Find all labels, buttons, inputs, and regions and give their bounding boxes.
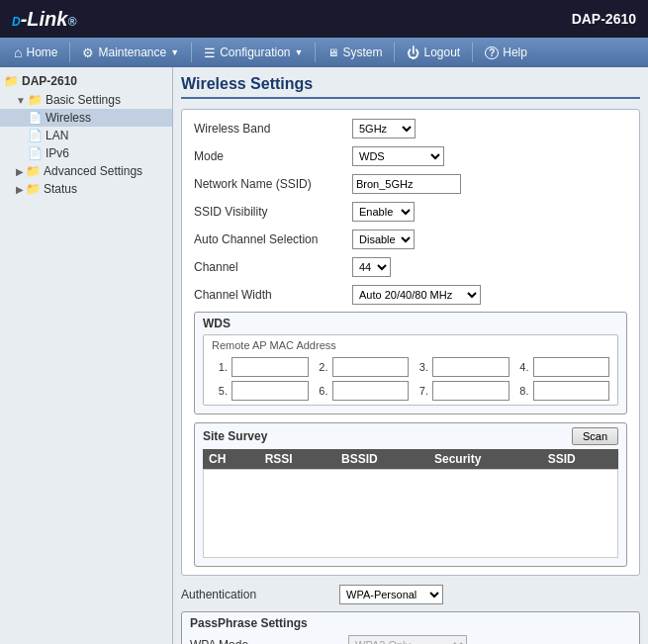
maintenance-dropdown-icon: ▼ (170, 47, 179, 57)
mac-input-1[interactable] (231, 357, 309, 377)
mac-num-3: 3. (413, 361, 428, 373)
nav-home-label: Home (26, 46, 57, 59)
mac-input-8[interactable] (533, 381, 610, 401)
sidebar-wireless-label: Wireless (46, 111, 91, 125)
authentication-select[interactable]: WPA-Personal Open System WPA-Enterprise (339, 585, 443, 604)
nav-system-label: System (342, 46, 382, 59)
sidebar-basic-settings-label: Basic Settings (46, 93, 121, 107)
mac-input-2[interactable] (332, 357, 410, 377)
mac-entry-1: 1. (212, 357, 309, 377)
mac-input-7[interactable] (432, 381, 509, 401)
mac-num-1: 1. (212, 361, 228, 373)
mac-entry-8: 8. (513, 381, 610, 401)
mac-num-5: 5. (212, 385, 228, 397)
ipv6-page-icon: 📄 (28, 146, 43, 160)
sidebar-item-wireless[interactable]: 📄 Wireless (0, 109, 172, 127)
remote-ap-box: Remote AP MAC Address 1. 2. 3. (203, 334, 618, 406)
dlink-logo: D-Link® (12, 8, 76, 31)
mac-input-3[interactable] (432, 357, 509, 377)
wpa-mode-select[interactable]: WPA2 Only (348, 635, 467, 644)
expand-status-icon: ▶ (16, 184, 24, 195)
auto-channel-control: Disable Enable (352, 230, 415, 249)
nav-maintenance[interactable]: ⚙ Maintenance ▼ (72, 42, 189, 64)
nav-help[interactable]: ? Help (475, 42, 537, 63)
nav-logout[interactable]: ⏻ Logout (397, 42, 470, 64)
mac-entry-3: 3. (413, 357, 509, 377)
home-icon: ⌂ (14, 45, 22, 60)
nav-sep-1 (69, 43, 70, 62)
mac-input-5[interactable] (231, 381, 309, 401)
mac-entry-5: 5. (212, 381, 309, 401)
help-icon: ? (485, 46, 499, 59)
sidebar-item-basic-settings[interactable]: ▼ 📁 Basic Settings (0, 91, 172, 109)
ssid-visibility-label: SSID Visibility (194, 205, 352, 219)
sidebar-item-lan[interactable]: 📄 LAN (0, 127, 172, 144)
auto-channel-label: Auto Channel Selection (194, 232, 352, 246)
nav-configuration[interactable]: ☰ Configuration ▼ (194, 42, 313, 64)
device-model: DAP-2610 (572, 11, 636, 27)
nav-sep-4 (394, 43, 395, 62)
config-dropdown-icon: ▼ (295, 47, 304, 57)
wpa-mode-label: WPA Mode (190, 638, 348, 644)
scan-button[interactable]: Scan (572, 427, 618, 445)
mac-entry-4: 4. (513, 357, 610, 377)
maintenance-icon: ⚙ (82, 46, 94, 60)
basic-settings-folder-icon: 📁 (28, 93, 43, 107)
mode-control: WDS Access Point WDS with AP (352, 146, 444, 166)
mac-num-6: 6. (313, 385, 328, 397)
ssid-visibility-row: SSID Visibility Enable Disable (194, 201, 627, 223)
mac-input-6[interactable] (332, 381, 410, 401)
col-ch: CH (203, 449, 259, 469)
mac-num-8: 8. (513, 385, 529, 397)
channel-row: Channel 44 (194, 256, 627, 278)
sidebar-advanced-settings-label: Advanced Settings (44, 164, 142, 178)
site-table-head: CH RSSI BSSID Security SSID (203, 449, 618, 469)
channel-select[interactable]: 44 (352, 257, 391, 277)
wds-legend: WDS (203, 317, 618, 330)
mac-grid: 1. 2. 3. 4. (212, 357, 609, 401)
authentication-row: Authentication WPA-Personal Open System … (181, 584, 640, 605)
col-rssi: RSSI (259, 449, 335, 469)
site-survey-header: Site Survey Scan (203, 427, 618, 445)
passphrase-legend: PassPhrase Settings (190, 616, 631, 630)
passphrase-section: PassPhrase Settings WPA Mode WPA2 Only C… (181, 611, 640, 644)
channel-width-label: Channel Width (194, 288, 352, 302)
sidebar-item-ipv6[interactable]: 📄 IPv6 (0, 144, 172, 162)
wpa-mode-control: WPA2 Only (348, 635, 467, 644)
remote-ap-title: Remote AP MAC Address (212, 339, 609, 351)
authentication-control: WPA-Personal Open System WPA-Enterprise (339, 585, 443, 604)
mode-label: Mode (194, 149, 352, 163)
mac-num-7: 7. (413, 385, 428, 397)
sidebar-item-status[interactable]: ▶ 📁 Status (0, 180, 172, 198)
wireless-page-icon: 📄 (28, 111, 43, 125)
ssid-visibility-select[interactable]: Enable Disable (352, 202, 415, 222)
sidebar-root-device[interactable]: 📁 DAP-2610 (0, 71, 172, 91)
main-layout: 📁 DAP-2610 ▼ 📁 Basic Settings 📄 Wireless… (0, 67, 648, 644)
mac-entry-7: 7. (413, 381, 509, 401)
wireless-band-select[interactable]: 5GHz 2.4GHz (352, 119, 416, 138)
ssid-label: Network Name (SSID) (194, 177, 352, 191)
ssid-input[interactable] (352, 174, 461, 194)
lan-page-icon: 📄 (28, 129, 43, 142)
header: D-Link® DAP-2610 (0, 0, 648, 38)
mac-input-4[interactable] (533, 357, 610, 377)
content-area: Wireless Settings Wireless Band 5GHz 2.4… (173, 67, 648, 644)
mode-select[interactable]: WDS Access Point WDS with AP (352, 146, 444, 166)
channel-width-select[interactable]: Auto 20/40/80 MHz 20 MHz 40 MHz 80 MHz (352, 285, 481, 305)
mac-entry-2: 2. (313, 357, 410, 377)
auto-channel-row: Auto Channel Selection Disable Enable (194, 229, 627, 250)
expand-advanced-icon: ▶ (16, 166, 24, 177)
auto-channel-select[interactable]: Disable Enable (352, 230, 415, 249)
nav-help-label: Help (503, 46, 527, 59)
nav-maintenance-label: Maintenance (98, 46, 166, 59)
nav-home[interactable]: ⌂ Home (4, 41, 67, 64)
nav-configuration-label: Configuration (220, 46, 290, 59)
mac-num-2: 2. (313, 361, 328, 373)
col-security: Security (428, 449, 542, 469)
nav-sep-3 (315, 43, 316, 62)
device-folder-icon: 📁 (4, 74, 19, 88)
main-settings-section: Wireless Band 5GHz 2.4GHz Mode WDS Acces… (181, 109, 640, 576)
status-folder-icon: 📁 (26, 182, 41, 196)
nav-system[interactable]: 🖥 System (318, 42, 392, 63)
sidebar-item-advanced-settings[interactable]: ▶ 📁 Advanced Settings (0, 162, 172, 180)
